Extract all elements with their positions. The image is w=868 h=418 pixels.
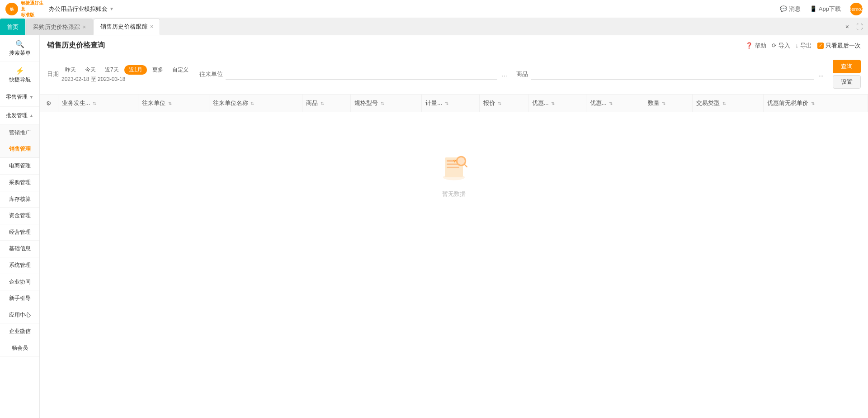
page-header: 销售历史价格查询 ❓ 帮助 ⟳ 导入 ↓ 导出 ✓ — [40, 35, 868, 54]
export-button[interactable]: ↓ 导出 — [796, 42, 812, 50]
th-quantity[interactable]: 数量 ⇅ — [644, 95, 692, 112]
date-range-group: 昨天 今天 近7天 近1月 更多 自定义 2023-02-18 至 2023-0… — [61, 65, 192, 83]
message-action[interactable]: 💬 消息 — [780, 5, 801, 13]
close-window-icon[interactable]: × — [844, 21, 851, 32]
sidebar-item-label: 企业协同 — [9, 279, 31, 286]
user-action[interactable]: demo2 — [850, 3, 863, 15]
sidebar-item-search[interactable]: 🔍 搜索菜单 — [0, 35, 39, 62]
sidebar-item-label: 资金管理 — [9, 212, 31, 219]
date-btn-more[interactable]: 更多 — [149, 65, 167, 75]
th-spec[interactable]: 规格型号 ⇅ — [351, 95, 422, 112]
th-trade-type[interactable]: 交易类型 ⇅ — [693, 95, 764, 112]
sort-icon: ⇅ — [722, 101, 726, 106]
goods-filter-group: 商品 ... — [516, 69, 826, 80]
sidebar-item-label: 应用中心 — [9, 312, 31, 319]
sidebar-item-apps[interactable]: 应用中心 — [0, 307, 39, 324]
sidebar-item-ecommerce[interactable]: 电商管理 — [0, 158, 39, 175]
sidebar-item-operations[interactable]: 经营管理 — [0, 224, 39, 241]
import-button[interactable]: ⟳ 导入 — [772, 42, 790, 50]
tab-purchase-close[interactable]: × — [83, 24, 86, 30]
table-container: ⚙ 业务发生... ⇅ 往来单位 ⇅ 往来单位名称 — [40, 95, 868, 418]
sort-icon: ⇅ — [609, 101, 613, 106]
date-btn-yesterday[interactable]: 昨天 — [61, 65, 80, 75]
table-settings-icon: ⚙ — [46, 100, 52, 107]
content-area: 销售历史价格查询 ❓ 帮助 ⟳ 导入 ↓ 导出 ✓ — [40, 35, 868, 418]
goods-input[interactable] — [531, 69, 814, 80]
maximize-window-icon[interactable]: ⛶ — [854, 21, 864, 32]
main-layout: 🔍 搜索菜单 ⚡ 快捷导航 零售管理 ▼ 批发管理 ▲ 营销推广 销售管理 电商… — [0, 35, 868, 418]
tab-sales-close[interactable]: × — [150, 24, 153, 29]
sidebar-item-label: 电商管理 — [9, 162, 31, 170]
query-button[interactable]: 查询 — [833, 60, 861, 73]
th-goods[interactable]: 商品 ⇅ — [302, 95, 350, 112]
date-filter-group: 日期 昨天 今天 近7天 近1月 更多 自定义 2023-02-18 至 202… — [47, 65, 192, 83]
sort-icon: ⇅ — [168, 101, 172, 106]
tab-bar-right: × ⛶ — [844, 18, 868, 35]
th-partner-name[interactable]: 往来单位名称 ⇅ — [209, 95, 302, 112]
date-btn-custom[interactable]: 自定义 — [169, 65, 192, 75]
checkbox-checked-icon: ✓ — [817, 43, 824, 49]
sidebar-item-basics[interactable]: 基础信息 — [0, 241, 39, 257]
logo-icon: 畅 — [5, 3, 18, 15]
company-selector[interactable]: 办公用品行业模拟账套 ▼ — [45, 3, 118, 15]
sidebar-item-vip[interactable]: 畅会员 — [0, 340, 39, 357]
sidebar-item-label: 零售管理 — [6, 94, 28, 101]
th-discount2[interactable]: 优惠... ⇅ — [586, 95, 644, 112]
th-partner-code[interactable]: 往来单位 ⇅ — [138, 95, 209, 112]
sidebar-item-wholesale[interactable]: 批发管理 ▲ — [0, 107, 39, 125]
tab-purchase[interactable]: 采购历史价格跟踪 × — [26, 19, 93, 35]
sort-icon: ⇅ — [250, 101, 254, 106]
date-btn-today[interactable]: 今天 — [81, 65, 99, 75]
sort-icon: ⇅ — [498, 101, 501, 106]
sidebar-item-label: 新手引导 — [9, 295, 31, 302]
sidebar-item-finance[interactable]: 资金管理 — [0, 208, 39, 224]
th-pretax-price[interactable]: 优惠前无税单价 ⇅ — [764, 95, 868, 112]
collapse-icon: ▲ — [29, 113, 34, 118]
sidebar-item-sales-mgmt[interactable]: 销售管理 — [0, 141, 39, 157]
sidebar-item-inventory[interactable]: 库存核算 — [0, 191, 39, 208]
message-icon: 💬 — [780, 5, 787, 12]
goods-label: 商品 — [516, 70, 528, 78]
sort-icon: ⇅ — [551, 101, 555, 106]
tab-home[interactable]: 首页 — [0, 19, 25, 35]
help-icon: ❓ — [745, 42, 753, 49]
sidebar-item-label: 搜索菜单 — [9, 50, 31, 57]
app-download-action[interactable]: 📱 App下载 — [810, 5, 841, 13]
partner-dots-btn[interactable]: ... — [500, 71, 509, 78]
tab-sales[interactable]: 销售历史价格跟踪 × — [94, 19, 160, 35]
th-settings[interactable]: ⚙ — [40, 95, 58, 112]
sidebar-item-wechat[interactable]: 企业微信 — [0, 323, 39, 340]
sidebar-item-quicknav[interactable]: ⚡ 快捷导航 — [0, 62, 39, 89]
sidebar-item-marketing[interactable]: 营销推广 — [0, 125, 39, 141]
sidebar-item-retail[interactable]: 零售管理 ▼ — [0, 88, 39, 107]
top-bar-right: 💬 消息 📱 App下载 demo2 — [780, 3, 863, 15]
download-icon: 📱 — [810, 5, 817, 12]
tab-sales-label: 销售历史价格跟踪 — [100, 23, 147, 31]
page-title: 销售历史价格查询 — [47, 41, 105, 50]
sidebar: 🔍 搜索菜单 ⚡ 快捷导航 零售管理 ▼ 批发管理 ▲ 营销推广 销售管理 电商… — [0, 35, 40, 418]
date-range-display: 2023-02-18 至 2023-03-18 — [61, 76, 192, 83]
th-discount1[interactable]: 优惠... ⇅ — [528, 95, 586, 112]
sort-icon: ⇅ — [381, 101, 384, 106]
sidebar-item-system[interactable]: 系统管理 — [0, 257, 39, 274]
avatar: demo2 — [850, 3, 863, 15]
help-button[interactable]: ❓ 帮助 — [745, 42, 766, 50]
settings-button[interactable]: 设置 — [833, 75, 861, 89]
sidebar-item-purchase[interactable]: 采购管理 — [0, 175, 39, 191]
top-bar: 畅 畅捷通好生意 标准版 办公用品行业模拟账套 ▼ 💬 消息 📱 App下载 d… — [0, 0, 868, 18]
svg-text:?: ? — [453, 158, 456, 163]
partner-input[interactable] — [226, 69, 497, 80]
sidebar-item-enterprise[interactable]: 企业协同 — [0, 274, 39, 291]
th-quote[interactable]: 报价 ⇅ — [480, 95, 528, 112]
date-btn-1month[interactable]: 近1月 — [124, 65, 147, 75]
page-content: 销售历史价格查询 ❓ 帮助 ⟳ 导入 ↓ 导出 ✓ — [40, 35, 868, 418]
goods-dots-btn[interactable]: ... — [816, 71, 826, 78]
only-last-checkbox-label[interactable]: ✓ 只看最后一次 — [817, 42, 861, 50]
sort-icon: ⇅ — [93, 101, 96, 106]
date-btn-7days[interactable]: 近7天 — [101, 65, 123, 75]
th-biz-date[interactable]: 业务发生... ⇅ — [58, 95, 138, 112]
sidebar-item-guide[interactable]: 新手引导 — [0, 290, 39, 307]
empty-text: 暂无数据 — [442, 190, 466, 198]
date-label: 日期 — [47, 70, 59, 78]
th-unit[interactable]: 计量... ⇅ — [422, 95, 480, 112]
